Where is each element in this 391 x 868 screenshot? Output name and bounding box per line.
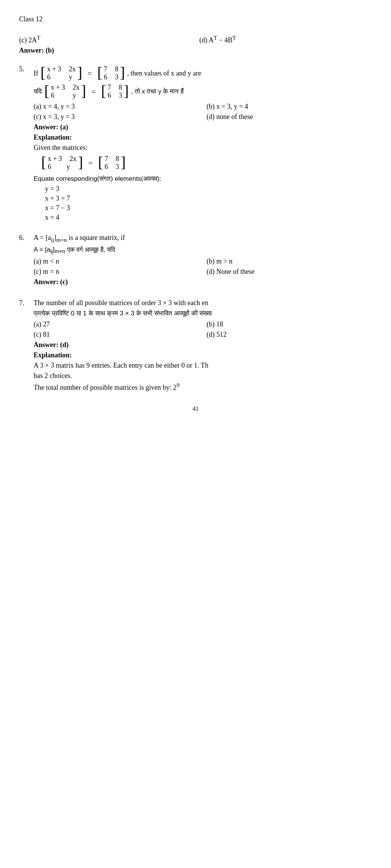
prev-c-sup: T bbox=[37, 35, 40, 41]
q5-exp-eq: = bbox=[89, 159, 93, 167]
q5-step4: x = 4 bbox=[45, 214, 372, 222]
q7-opt-a: (a) 27 bbox=[34, 320, 199, 328]
q5-exp-m2: [ 7 8 6 3 ] bbox=[98, 155, 126, 171]
q5-m1-r1c2: 2x bbox=[69, 65, 76, 73]
q7-options-row1: (a) 27 (b) 18 bbox=[34, 320, 372, 328]
q5-matrix2: [ 7 8 6 3 ] bbox=[97, 65, 125, 81]
prev-answer-label: Answer: bbox=[19, 47, 44, 54]
q6-statement-en: A = [aij]m×n is a square matrix, if bbox=[34, 234, 372, 243]
prev-answer-val: (b) bbox=[46, 47, 54, 54]
q5-if: If bbox=[34, 69, 38, 77]
q5-hm2-r2c1: 6 bbox=[108, 92, 111, 100]
q5-hm2-inner: 7 8 6 3 bbox=[106, 84, 124, 100]
question-6-section: 6. A = [aij]m×n is a square matrix, if A… bbox=[19, 234, 372, 288]
q7-explanation-title: Explanation: bbox=[34, 351, 372, 359]
q6-answer: Answer: (c) bbox=[34, 278, 372, 286]
q6-opt-c: (c) m = n bbox=[34, 268, 199, 276]
q7-answer-label: Answer: bbox=[34, 341, 58, 349]
q5-h-equals: = bbox=[92, 87, 96, 96]
q5-equate: Equate corresponding(संगत) elements(अवयव… bbox=[34, 175, 372, 183]
q6-row: 6. A = [aij]m×n is a square matrix, if A… bbox=[19, 234, 372, 288]
q6-number: 6. bbox=[19, 234, 30, 288]
q5-given: Given the matrices: bbox=[34, 144, 372, 152]
q7-exp-line1: A 3 × 3 matrix has 9 entries. Each entry… bbox=[34, 362, 372, 370]
q7-exp-sup: 9 bbox=[176, 382, 179, 388]
prev-opt-d: (d) AT − 4BT bbox=[199, 35, 372, 44]
q5-m2-r2: 6 3 bbox=[104, 73, 118, 81]
q5-exp-m1-r1c2: 2x bbox=[69, 155, 76, 163]
q5-equate-text: Equate corresponding(संगत) elements(अवयव… bbox=[34, 175, 161, 182]
q5-explanation-title: Explanation: bbox=[34, 133, 372, 141]
q5-statement-en: If [ x + 3 2x 6 y ] bbox=[34, 65, 372, 81]
q5-answer-val: (a) bbox=[60, 123, 68, 131]
q5-step2: x + 3 = 7 bbox=[45, 194, 372, 203]
q5-m2-r2c2: 3 bbox=[115, 73, 118, 81]
q5-m1-right-bracket: ] bbox=[77, 66, 82, 81]
q5-m1-left-bracket: [ bbox=[40, 66, 45, 81]
q7-opt-c: (c) 81 bbox=[34, 331, 199, 339]
q5-equals: = bbox=[88, 69, 92, 78]
q5-hm2-rb: ] bbox=[124, 84, 129, 99]
q7-statement-en: The number of all possible matrices of o… bbox=[34, 299, 372, 307]
page-number: 41 bbox=[19, 405, 372, 412]
q5-number: 5. bbox=[19, 65, 30, 223]
q5-exp-m2-r1c2: 8 bbox=[116, 155, 119, 163]
q5-hm1-lb: [ bbox=[44, 84, 49, 99]
prev-opt-c: (c) 2AT bbox=[19, 35, 192, 44]
q5-hm2-r1: 7 8 bbox=[108, 84, 122, 92]
q5-exp-matrix-eq: [ x + 3 2x 6 y ] = [ bbox=[41, 155, 372, 171]
q7-hindi-text: प्रत्येक प्रविष्टि 0 या 1 के साथ क्रम 3 … bbox=[34, 310, 212, 317]
q5-exp-m2-rb: ] bbox=[121, 155, 126, 170]
q5-options-row1: (a) x = 4, y = 3 (b) x = 3, y = 4 bbox=[34, 103, 372, 111]
q6-sub1: ij bbox=[51, 237, 54, 243]
q5-m2-r1c1: 7 bbox=[104, 65, 107, 73]
q5-m2-r2c1: 6 bbox=[104, 73, 107, 81]
q5-exp-m1-r2c2: y bbox=[66, 163, 70, 171]
q5-exp-m2-r2c2: 3 bbox=[116, 163, 119, 171]
prev-answer: Answer: (b) bbox=[19, 47, 372, 55]
q5-m1-r2c2: y bbox=[69, 73, 72, 81]
q6-content: A = [aij]m×n is a square matrix, if A = … bbox=[34, 234, 372, 288]
q5-opt-d: (d) none of these bbox=[207, 113, 372, 121]
q7-exp-line3-text: The total number of possible matrices is… bbox=[34, 384, 176, 391]
q7-row: 7. The number of all possible matrices o… bbox=[19, 299, 372, 394]
q5-exp-m2-r1c1: 7 bbox=[105, 155, 108, 163]
q5-exp-m1-r1: x + 3 2x bbox=[48, 155, 76, 163]
q7-answer: Answer: (d) bbox=[34, 341, 372, 349]
q5-matrix1: [ x + 3 2x 6 y ] bbox=[40, 65, 82, 81]
q5-m1-r1c1: x + 3 bbox=[47, 65, 61, 73]
q6-h-sub1: ij bbox=[50, 248, 53, 254]
q5-exp-m1-r1c1: x + 3 bbox=[48, 155, 62, 163]
prev-d-sup1: T bbox=[214, 35, 217, 41]
q5-suffix: , then values of x and y are bbox=[127, 69, 201, 77]
q6-answer-val: (c) bbox=[60, 278, 68, 286]
q5-hm2-lb: [ bbox=[101, 84, 106, 99]
q5-hm1-r1c1: x + 3 bbox=[51, 84, 65, 92]
q5-h-matrix2: [ 7 8 6 3 ] bbox=[101, 84, 129, 100]
q6-hindi-text: A = [aij]m×n एक वर्ग आव्यूह है, यदि bbox=[34, 246, 115, 253]
q5-hindi-if: यदि bbox=[34, 88, 42, 95]
q5-hm1-inner: x + 3 2x 6 y bbox=[49, 84, 81, 100]
q5-exp-m1-inner: x + 3 2x 6 y bbox=[46, 155, 78, 171]
q6-options-row1: (a) m < n (b) m > n bbox=[34, 257, 372, 265]
q5-m2-r1: 7 8 bbox=[104, 65, 118, 73]
q6-h-sub2: m×n bbox=[55, 248, 65, 254]
q5-exp-m1-lb: [ bbox=[41, 155, 46, 170]
q7-options-row2: (c) 81 (d) 512 bbox=[34, 331, 372, 339]
question-7-section: 7. The number of all possible matrices o… bbox=[19, 299, 372, 394]
q5-statement-hi: यदि [ x + 3 2x 6 y ] bbox=[34, 84, 372, 100]
q5-m1-r2c1: 6 bbox=[47, 73, 50, 81]
q5-hindi-suffix: , तो x तथा y के मान हैं bbox=[131, 88, 184, 95]
q5-opt-b: (b) x = 3, y = 4 bbox=[207, 103, 372, 111]
q5-content: If [ x + 3 2x 6 y ] bbox=[34, 65, 372, 223]
q5-hm1-r2: 6 y bbox=[51, 92, 79, 100]
q6-opt-b: (b) m > n bbox=[207, 257, 372, 265]
q5-options-row2: (c) x = 3, y = 3 (d) none of these bbox=[34, 113, 372, 121]
q5-m1-r2: 6 y bbox=[47, 73, 76, 81]
q5-exp-m2-r2: 6 3 bbox=[105, 163, 119, 171]
q7-opt-b: (b) 18 bbox=[207, 320, 372, 328]
q5-answer: Answer: (a) bbox=[34, 123, 372, 131]
q5-exp-m2-inner: 7 8 6 3 bbox=[103, 155, 121, 171]
q5-m1-inner: x + 3 2x 6 y bbox=[45, 65, 77, 81]
prev-d-sup2: T bbox=[233, 35, 236, 41]
